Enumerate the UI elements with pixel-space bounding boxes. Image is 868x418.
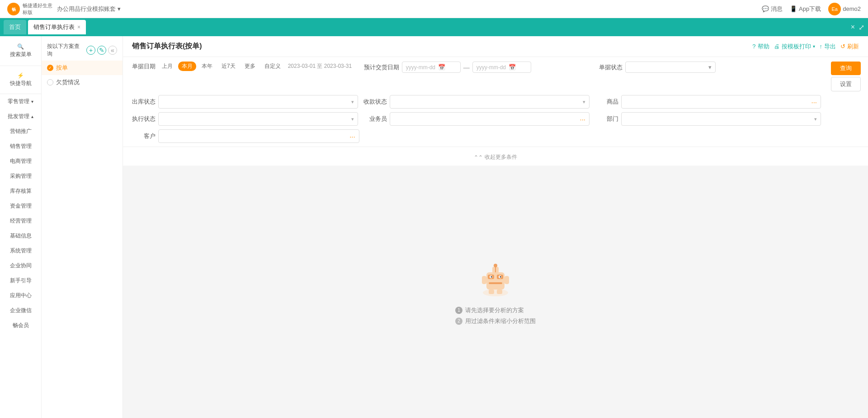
svg-point-13: [494, 264, 497, 267]
sidebar-item-system[interactable]: 系统管理: [0, 243, 41, 258]
sidebar-item-ecommerce[interactable]: 电商管理: [0, 154, 41, 169]
sidebar-label-wechat: 企业微信: [10, 307, 32, 314]
salesman-field[interactable]: ···: [390, 112, 590, 126]
print-button[interactable]: 🖨 按模板打印 ▾: [774, 43, 815, 51]
date-tab-7days[interactable]: 近7天: [218, 62, 239, 71]
export-icon: ↑: [820, 43, 823, 50]
collapse-icon: ⌃⌃: [474, 154, 483, 161]
calendar-icon2: 📅: [509, 64, 516, 71]
sidebar-label-collab: 企业协同: [10, 262, 32, 270]
download-icon: 📱: [790, 5, 797, 12]
sidebar-item-member[interactable]: 畅会员: [0, 318, 41, 333]
goods-field[interactable]: ···: [621, 95, 821, 109]
tab-active-label: 销售订单执行表: [33, 23, 75, 31]
svg-rect-6: [489, 282, 502, 284]
empty-tip-2: 2 用过滤条件来缩小分析范围: [455, 317, 536, 325]
scheme-label-by-order: 按单: [56, 64, 68, 72]
window-expand-icon[interactable]: ⤢: [859, 23, 864, 32]
collapse-panel-button[interactable]: «: [108, 46, 117, 55]
sidebar-item-marketing[interactable]: 营销推广: [0, 124, 41, 139]
tab-home[interactable]: 首页: [4, 20, 26, 34]
expected-date-to[interactable]: yyyy-mm-dd 📅: [472, 62, 531, 73]
print-arrow-icon: ▾: [813, 44, 815, 49]
sidebar-item-inventory[interactable]: 库存核算: [0, 184, 41, 199]
date-tab-more[interactable]: 更多: [241, 62, 259, 71]
sidebar-item-purchase[interactable]: 采购管理: [0, 169, 41, 184]
date-range-display: 2023-03-01 至 2023-03-31: [288, 62, 352, 70]
sidebar-item-collab[interactable]: 企业协同: [0, 258, 41, 273]
message-label: 消息: [771, 5, 783, 13]
empty-state: 1 请先选择要分析的方案 2 用过滤条件来缩小分析范围: [123, 166, 868, 418]
sidebar-label-purchase: 采购管理: [10, 172, 32, 180]
sidebar-item-wholesale[interactable]: 批发管理 ▴: [0, 109, 41, 124]
export-button[interactable]: ↑ 导出: [820, 43, 836, 51]
settings-button[interactable]: 设置: [831, 77, 861, 91]
left-panel-actions: + ✎ «: [86, 46, 117, 55]
sidebar-item-wechat[interactable]: 企业微信: [0, 303, 41, 318]
date-tab-this-year[interactable]: 本年: [198, 62, 216, 71]
tab-home-label: 首页: [9, 23, 21, 31]
tab-bar-right: × ⤢: [851, 23, 864, 32]
edit-scheme-button[interactable]: ✎: [97, 46, 106, 55]
help-icon: ?: [752, 43, 755, 50]
salesman-label: 业务员: [362, 115, 387, 123]
sidebar-quick-nav[interactable]: ⚡ 快捷导航: [0, 69, 41, 91]
export-label: 导出: [824, 43, 836, 51]
scheme-item-by-order[interactable]: ✓ 按单: [42, 61, 123, 75]
add-scheme-button[interactable]: +: [86, 46, 95, 55]
sidebar-item-retail[interactable]: 零售管理 ▾: [0, 94, 41, 109]
date-tab-custom[interactable]: 自定义: [261, 62, 284, 71]
customer-field[interactable]: ···: [158, 129, 359, 143]
message-icon: 💬: [762, 5, 769, 12]
collapse-filter-button[interactable]: ⌃⌃ 收起更多条件: [123, 151, 868, 164]
logo-area: 畅 畅捷通好生意 标版: [7, 2, 52, 15]
tab-active[interactable]: 销售订单执行表 ×: [28, 20, 86, 34]
message-button[interactable]: 💬 消息: [762, 5, 783, 13]
sidebar-item-newbie[interactable]: 新手引导: [0, 273, 41, 288]
scheme-item-backorder[interactable]: 欠货情况: [42, 75, 123, 90]
sidebar-item-ops[interactable]: 经营管理: [0, 214, 41, 228]
nav-icon: ⚡: [17, 72, 24, 79]
sidebar-item-sales[interactable]: 销售管理: [0, 139, 41, 154]
sidebar-item-base[interactable]: 基础信息: [0, 228, 41, 243]
search-icon: 🔍: [17, 43, 24, 50]
tab-close-icon[interactable]: ×: [77, 24, 80, 30]
window-close-icon[interactable]: ×: [851, 23, 855, 31]
tip-number-2: 2: [455, 318, 462, 325]
empty-tips: 1 请先选择要分析的方案 2 用过滤条件来缩小分析范围: [455, 306, 536, 325]
date-tab-this-month[interactable]: 本月: [178, 62, 196, 71]
sidebar-item-appstore[interactable]: 应用中心: [0, 288, 41, 303]
goods-dots-icon: ···: [811, 98, 817, 106]
app-selector[interactable]: 办公用品行业模拟账套 ▾: [57, 5, 121, 13]
date-tab-last-month[interactable]: 上月: [158, 62, 176, 71]
status-dropdown[interactable]: ▾: [625, 62, 716, 73]
refresh-button[interactable]: ↺ 刷新: [840, 43, 859, 51]
dept-label: 部门: [593, 115, 618, 123]
sidebar-items: 零售管理 ▾ 批发管理 ▴ 营销推广 销售管理 电商管理 采购管理 库存核算: [0, 94, 41, 333]
help-button[interactable]: ? 帮助: [752, 43, 769, 51]
out-status-select[interactable]: ▾: [158, 95, 358, 109]
dept-select[interactable]: ▾: [621, 112, 821, 126]
print-label: 按模板打印: [782, 43, 811, 51]
tab-bar: 首页 销售订单执行表 × × ⤢: [0, 18, 868, 36]
user-menu[interactable]: Ea demo2: [828, 3, 861, 15]
salesman-dots-icon: ···: [580, 115, 585, 123]
help-label: 帮助: [758, 43, 769, 51]
scheme-label-backorder: 欠货情况: [56, 78, 80, 86]
sidebar-label-member: 畅会员: [13, 322, 29, 329]
print-icon: 🖨: [774, 43, 780, 50]
collect-status-arrow: ▾: [583, 99, 585, 105]
svg-point-10: [500, 276, 501, 277]
expected-date-from[interactable]: yyyy-mm-dd 📅: [402, 62, 461, 73]
sidebar-item-finance[interactable]: 资金管理: [0, 199, 41, 214]
query-button[interactable]: 查询: [831, 62, 861, 75]
svg-rect-16: [489, 290, 494, 294]
page-title-bar: 销售订单执行表(按单) ? 帮助 🖨 按模板打印 ▾ ↑: [123, 36, 868, 57]
collect-status-select[interactable]: ▾: [390, 95, 590, 109]
collect-status-label: 收款状态: [362, 98, 387, 106]
sidebar-search-btn[interactable]: 🔍 搜索菜单: [4, 40, 38, 62]
app-download-button[interactable]: 📱 App下载: [790, 5, 821, 13]
exec-status-select[interactable]: ▾: [158, 112, 358, 126]
refresh-label: 刷新: [847, 43, 859, 51]
date-label: 单据日期: [130, 62, 156, 71]
